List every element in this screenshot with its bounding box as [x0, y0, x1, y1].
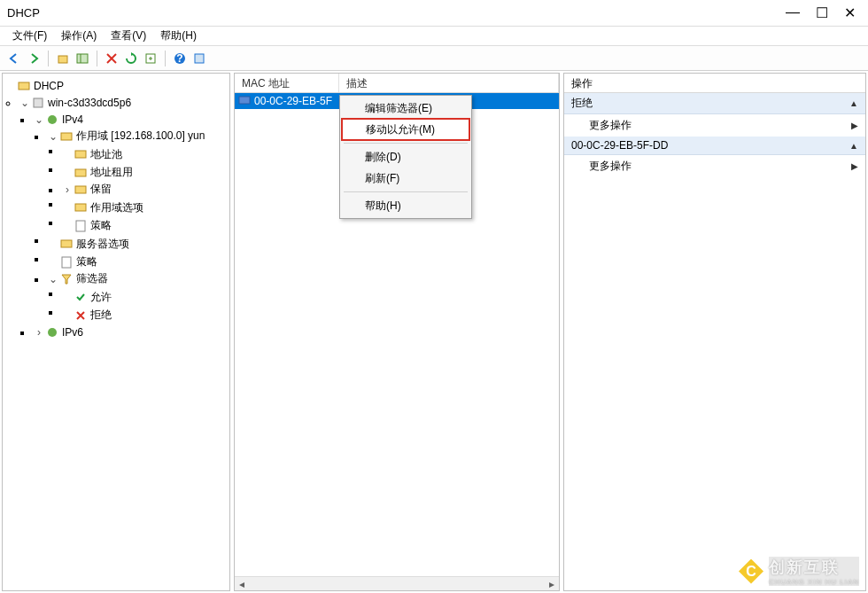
tree-address-pool[interactable]: 地址池 [61, 146, 228, 163]
tree-label: DHCP [34, 80, 64, 92]
help-button[interactable]: ? [171, 50, 189, 67]
window-controls: — ☐ ✕ [786, 4, 861, 21]
action-more-1[interactable]: 更多操作 ▶ [564, 114, 865, 137]
column-mac[interactable]: MAC 地址 [235, 74, 339, 92]
tree-allow[interactable]: 允许 [61, 289, 228, 306]
show-hide-button[interactable] [74, 50, 91, 67]
svg-rect-8 [34, 98, 43, 107]
svg-rect-17 [62, 257, 71, 268]
action-section-label: 拒绝 [571, 96, 593, 111]
dhcp-icon [17, 79, 31, 93]
tree-label: 允许 [90, 290, 112, 305]
context-menu-separator [344, 191, 468, 192]
cm-help[interactable]: 帮助(H) [342, 195, 469, 216]
svg-rect-13 [75, 186, 86, 193]
svg-rect-7 [19, 82, 29, 90]
filter-deny-icon [238, 94, 252, 108]
list-pane: MAC 地址 描述 00-0C-29-EB-5F 封禁 编辑筛选器(E) 移动以… [234, 73, 560, 591]
tree-policies[interactable]: 策略 [47, 254, 228, 270]
tree-label: 策略 [76, 254, 97, 269]
tree-pane: DHCP ⌄ win-c3d33dcd5p6 ⌄ [2, 73, 230, 591]
properties-button[interactable] [190, 50, 208, 67]
toolbar-separator [48, 51, 49, 66]
tree-label: win-c3d33dcd5p6 [48, 97, 131, 109]
maximize-button[interactable]: ☐ [816, 4, 828, 21]
list-header: MAC 地址 描述 [235, 74, 559, 93]
deny-icon [74, 308, 88, 323]
back-button[interactable] [5, 50, 23, 67]
options-icon [74, 200, 88, 215]
folder-icon [74, 147, 88, 161]
watermark-cn: 创新互联 [769, 557, 859, 578]
action-section-deny[interactable]: 拒绝 ▲ [564, 93, 865, 114]
toolbar-separator [165, 51, 166, 66]
scope-icon [59, 129, 74, 144]
tree-scope[interactable]: ⌄ 作用域 [192.168.100.0] yun [47, 128, 228, 144]
minimize-button[interactable]: — [786, 4, 800, 21]
horizontal-scrollbar[interactable]: ◂ ▸ [235, 576, 559, 590]
svg-rect-10 [61, 133, 72, 140]
scroll-left-icon[interactable]: ◂ [235, 578, 249, 590]
watermark: C 创新互联 CHUANG XIN HU LIAN [739, 557, 859, 586]
action-section-mac[interactable]: 00-0C-29-EB-5F-DD ▲ [564, 137, 865, 155]
actions-header: 操作 [564, 74, 865, 93]
tree-ipv4[interactable]: ⌄ IPv4 [33, 111, 228, 128]
chevron-down-icon: ⌄ [47, 273, 59, 285]
tree-label: 地址租用 [90, 165, 133, 180]
cm-move-to-allow[interactable]: 移动以允许(M) [341, 118, 470, 141]
svg-text:?: ? [176, 52, 182, 65]
chevron-right-icon: ▶ [851, 161, 858, 171]
svg-rect-16 [61, 240, 72, 247]
cm-edit-filter[interactable]: 编辑筛选器(E) [342, 98, 469, 119]
tree-label: IPv6 [62, 326, 83, 339]
tree-ipv6[interactable]: ›IPv6 [33, 324, 228, 340]
tree-root-dhcp[interactable]: DHCP [4, 77, 228, 94]
svg-point-9 [48, 115, 57, 124]
toolbar: ? [0, 46, 868, 71]
action-section-label: 00-0C-29-EB-5F-DD [571, 139, 668, 152]
tree-server[interactable]: ⌄ win-c3d33dcd5p6 [19, 94, 228, 111]
context-menu: 编辑筛选器(E) 移动以允许(M) 删除(D) 刷新(F) 帮助(H) [339, 95, 472, 219]
svg-rect-15 [76, 221, 85, 231]
action-link-label: 更多操作 [589, 159, 632, 174]
list-body[interactable]: 00-0C-29-EB-5F 封禁 编辑筛选器(E) 移动以允许(M) 删除(D… [235, 93, 559, 576]
policy-icon [74, 219, 88, 233]
tree-label: 保留 [90, 182, 112, 197]
tree-reservations[interactable]: ›保留 [61, 181, 228, 198]
column-description[interactable]: 描述 [339, 74, 559, 92]
scroll-right-icon[interactable]: ▸ [545, 578, 559, 590]
action-more-2[interactable]: 更多操作 ▶ [564, 155, 865, 177]
forward-button[interactable] [25, 50, 43, 67]
tree-server-options[interactable]: 服务器选项 [47, 236, 228, 253]
server-icon [31, 96, 45, 110]
menu-view[interactable]: 查看(V) [104, 27, 153, 45]
export-button[interactable] [142, 50, 159, 67]
svg-rect-6 [195, 54, 204, 63]
reservations-icon [74, 183, 88, 197]
main-area: DHCP ⌄ win-c3d33dcd5p6 ⌄ [0, 71, 868, 593]
chevron-right-icon: › [33, 326, 45, 339]
cell-mac-value: 00-0C-29-EB-5F [254, 95, 332, 107]
tree-leases[interactable]: 地址租用 [61, 164, 228, 181]
leases-icon [74, 166, 88, 180]
up-button[interactable] [54, 50, 72, 67]
close-button[interactable]: ✕ [844, 4, 856, 21]
menu-help[interactable]: 帮助(H) [153, 27, 204, 45]
cell-mac: 00-0C-29-EB-5F [235, 94, 339, 108]
tree-scope-options[interactable]: 作用域选项 [61, 199, 228, 216]
tree-deny[interactable]: 拒绝 [61, 307, 228, 324]
menu-action[interactable]: 操作(A) [54, 27, 104, 45]
tree-policies-scope[interactable]: 策略 [61, 217, 228, 234]
refresh-button[interactable] [122, 50, 140, 67]
delete-button[interactable] [103, 50, 120, 67]
svg-rect-0 [58, 56, 67, 63]
cm-delete[interactable]: 删除(D) [342, 146, 469, 168]
policy-icon [59, 255, 74, 269]
ipv6-icon [45, 325, 59, 339]
context-menu-separator [344, 143, 468, 144]
menu-file[interactable]: 文件(F) [5, 27, 54, 45]
action-link-label: 更多操作 [589, 118, 632, 133]
ipv4-icon [45, 113, 59, 127]
tree-filters[interactable]: ⌄筛选器 [47, 270, 228, 287]
cm-refresh[interactable]: 刷新(F) [342, 168, 469, 189]
